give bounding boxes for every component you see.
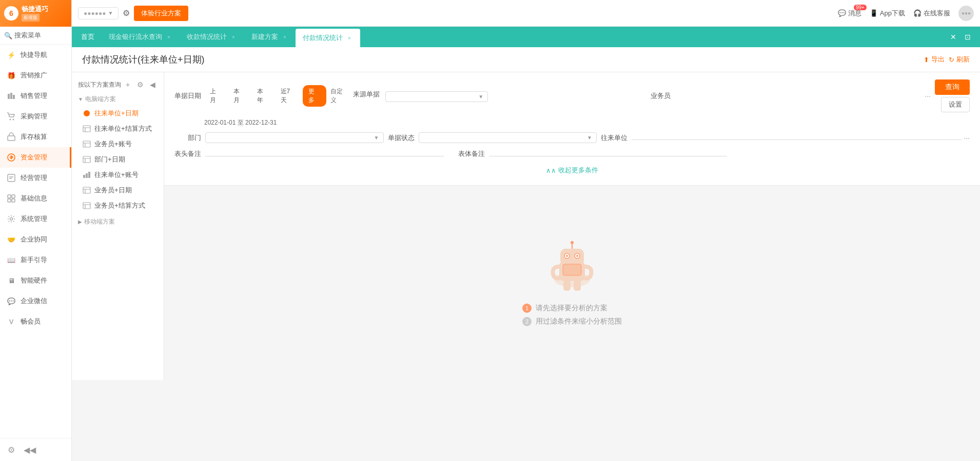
svg-rect-7 [8, 174, 15, 182]
sidebar-item-marketing[interactable]: 🎁 营销推广 [0, 65, 71, 86]
query-button[interactable]: 查询 [935, 79, 970, 95]
page-content: 付款情况统计(往来单位+日期) ⬆ 导出 ↻ 刷新 按以下方案查询 + [72, 47, 980, 461]
app-download-btn[interactable]: 📱 App下载 [870, 9, 905, 18]
sidebar-item-enterprise[interactable]: 🤝 企业协同 [0, 229, 71, 250]
mobile-section[interactable]: ▶ 移动端方案 [72, 215, 164, 228]
tab-close-icon[interactable]: × [346, 34, 353, 42]
plan-table-icon [82, 186, 91, 195]
nav-item-label: 经营管理 [21, 173, 47, 183]
messages-btn[interactable]: 💬 消息 99+ [838, 9, 861, 18]
plan-item-dept-date[interactable]: 部门+日期 [72, 152, 164, 167]
sales-icon [6, 91, 16, 101]
sidebar-item-hardware[interactable]: 🖥 智能硬件 [0, 270, 71, 291]
workspace-selector[interactable]: ●●●●●● ▼ [78, 7, 119, 19]
section-label: 电脑端方案 [85, 95, 116, 104]
headset-icon: 🎧 [913, 9, 922, 17]
filter-row-2: 部门 ▼ 单据状态 ▼ 往来单位 ·· [174, 132, 970, 143]
sidebar-item-quick-nav[interactable]: ⚡ 快捷导航 [0, 45, 71, 65]
svg-point-27 [566, 255, 568, 257]
plan-settings-icon[interactable]: ⚙ [135, 79, 145, 90]
tab-close-icon[interactable]: × [230, 33, 237, 41]
filter-area: 单据日期 上月 本月 本年 近7天 更多 自定义 来源单据 [164, 72, 980, 186]
workspace-name: ●●●●●● [84, 10, 106, 17]
tab-receipt-stats[interactable]: 收款情况统计 × [180, 27, 244, 47]
svg-rect-1 [10, 93, 12, 99]
tab-close-icon[interactable]: × [281, 33, 288, 41]
sidebar-item-finance[interactable]: 资金管理 [0, 147, 71, 168]
last-month-btn[interactable]: 上月 [205, 85, 227, 107]
vip-icon: V [6, 316, 16, 327]
message-icon: 💬 [838, 9, 846, 17]
body-note-input[interactable] [489, 152, 728, 156]
header-note-input[interactable] [205, 152, 444, 156]
counterpart-input[interactable] [632, 135, 962, 140]
topbar-settings-icon[interactable]: ⚙ [123, 8, 130, 18]
svg-rect-32 [574, 280, 581, 291]
sidebar-search[interactable]: 🔍 搜索菜单 [0, 27, 71, 45]
quick-nav-icon: ⚡ [6, 50, 16, 60]
tab-home[interactable]: 首页 [74, 27, 102, 47]
plan-item-salesperson-account[interactable]: 业务员+账号 [72, 136, 164, 152]
nav-item-label: 智能硬件 [21, 276, 47, 285]
sidebar-item-basic[interactable]: 基础信息 [0, 188, 71, 209]
dept-select[interactable]: ▼ [205, 132, 384, 143]
left-panel-actions: + ⚙ ◀ [123, 79, 158, 90]
message-badge: 99+ [854, 5, 867, 10]
settings-button[interactable]: 设置 [941, 97, 970, 112]
plan-item-salesperson-settle[interactable]: 业务员+结算方式 [72, 198, 164, 213]
empty-state: 1 请先选择要分析的方案 2 用过滤条件来缩小分析范围 [522, 236, 622, 330]
topbar-right: 💬 消息 99+ 📱 App下载 🎧 在线客服 ●●● [838, 6, 974, 21]
tab-bank-flow[interactable]: 现金银行流水查询 × [102, 27, 180, 47]
svg-rect-10 [8, 199, 11, 202]
sidebar-item-operation[interactable]: 经营管理 [0, 168, 71, 188]
sidebar-item-inventory[interactable]: 库存核算 [0, 127, 71, 147]
sidebar-item-wechat[interactable]: 💬 企业微信 [0, 291, 71, 311]
plan-item-counterpart-date[interactable]: 往来单位+日期 [72, 106, 164, 121]
svg-point-13 [84, 110, 90, 116]
plan-item-counterpart-account[interactable]: 往来单位+账号 [72, 167, 164, 183]
refresh-button[interactable]: ↻ 刷新 [949, 55, 970, 64]
tip-text-1: 请先选择要分析的方案 [536, 304, 607, 313]
tip-item-1: 1 请先选择要分析的方案 [522, 304, 622, 313]
maximize-btn[interactable]: ⊡ [962, 31, 974, 43]
tab-close-icon[interactable]: × [165, 33, 172, 41]
trial-button[interactable]: 体验行业方案 [134, 6, 188, 21]
current-year-btn[interactable]: 本年 [252, 85, 274, 107]
marketing-icon: 🎁 [6, 70, 16, 81]
user-avatar[interactable]: ●●● [958, 6, 974, 21]
plan-table-icon [82, 124, 91, 133]
online-service-btn[interactable]: 🎧 在线客服 [913, 9, 950, 18]
salesperson-more-btn[interactable]: ··· [925, 92, 931, 100]
close-window-btn[interactable]: ✕ [947, 31, 959, 43]
order-status-select[interactable]: ▼ [419, 132, 597, 143]
nav-item-label: 企业微信 [21, 296, 47, 306]
filter-row-3: 表头备注 表体备注 [174, 149, 970, 158]
tab-new-plan[interactable]: 新建方案 × [244, 27, 296, 47]
current-month-btn[interactable]: 本月 [229, 85, 250, 107]
sidebar-item-system[interactable]: 系统管理 [0, 209, 71, 229]
finance-icon [6, 152, 16, 163]
export-button[interactable]: ⬆ 导出 [924, 55, 945, 64]
plan-chart-icon [82, 170, 91, 179]
plan-item-counterpart-settle[interactable]: 往来单位+结算方式 [72, 121, 164, 136]
sidebar-item-guide[interactable]: 📖 新手引导 [0, 250, 71, 270]
sidebar-item-sales[interactable]: 销售管理 [0, 86, 71, 106]
sidebar-item-vip[interactable]: V 畅会员 [0, 311, 71, 332]
plan-item-salesperson-date[interactable]: 业务员+日期 [72, 183, 164, 198]
footer-collapse-icon[interactable]: ◀◀ [23, 443, 37, 457]
counterpart-more-btn[interactable]: ··· [964, 134, 970, 142]
pc-section-title[interactable]: ▼ 电脑端方案 [72, 93, 164, 106]
tab-payment-stats[interactable]: 付款情况统计 × [296, 29, 360, 47]
svg-rect-14 [83, 126, 90, 132]
source-doc-select[interactable]: ▼ [385, 90, 488, 98]
plan-table-icon [82, 139, 91, 149]
svg-point-3 [10, 119, 11, 121]
more-date-btn[interactable]: 更多 [303, 85, 326, 107]
panel-collapse-icon[interactable]: ◀ [147, 79, 158, 90]
last-7days-btn[interactable]: 近7天 [276, 85, 301, 107]
sidebar-item-purchase[interactable]: 采购管理 [0, 106, 71, 127]
footer-settings-icon[interactable]: ⚙ [4, 443, 18, 457]
sidebar-brand: 畅捷通巧 标准版 [22, 5, 48, 22]
collapse-more-btn[interactable]: ∧∧ 收起更多条件 [174, 163, 970, 178]
add-plan-btn[interactable]: + [123, 79, 133, 90]
